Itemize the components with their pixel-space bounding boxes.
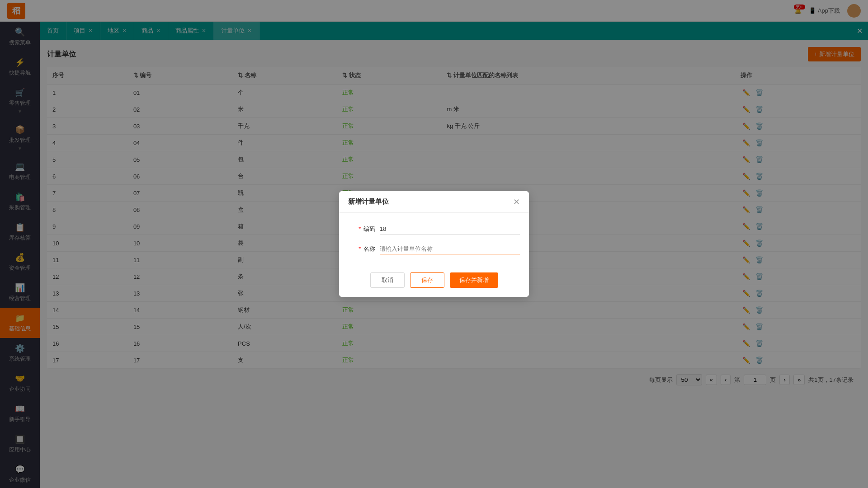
required-mark: * bbox=[359, 225, 361, 232]
modal-overlay: 新增计量单位 ✕ * 编码 * 名称 取消 保存 保存并新增 bbox=[0, 0, 868, 488]
name-input[interactable] bbox=[380, 244, 520, 254]
cancel-button[interactable]: 取消 bbox=[370, 272, 405, 288]
dialog-header: 新增计量单位 ✕ bbox=[339, 191, 529, 213]
add-unit-dialog: 新增计量单位 ✕ * 编码 * 名称 取消 保存 保存并新增 bbox=[339, 191, 529, 297]
save-add-button[interactable]: 保存并新增 bbox=[450, 272, 498, 288]
required-mark-name: * bbox=[359, 245, 361, 252]
save-button[interactable]: 保存 bbox=[410, 272, 444, 288]
form-row-name: * 名称 bbox=[348, 244, 520, 254]
code-input[interactable] bbox=[380, 224, 520, 235]
dialog-body: * 编码 * 名称 bbox=[339, 213, 529, 272]
code-label: * 编码 bbox=[348, 225, 375, 233]
form-row-code: * 编码 bbox=[348, 224, 520, 235]
dialog-title: 新增计量单位 bbox=[348, 197, 389, 206]
dialog-close-button[interactable]: ✕ bbox=[513, 198, 520, 206]
dialog-footer: 取消 保存 保存并新增 bbox=[339, 272, 529, 297]
name-label: * 名称 bbox=[348, 245, 375, 253]
